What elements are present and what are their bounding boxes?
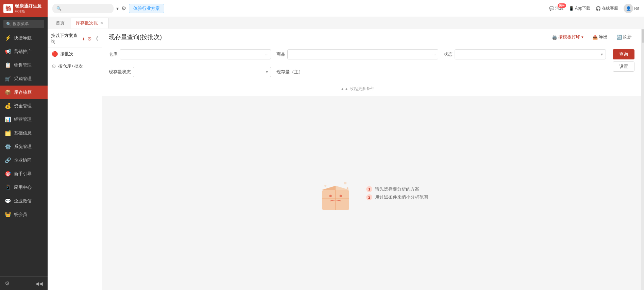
filter-area: 仓库 ··· 商品 ··· [102, 45, 641, 96]
messages-button[interactable]: 💬 消息 99+ [549, 5, 563, 11]
filter-row-1: 仓库 ··· 商品 ··· [109, 49, 606, 59]
query-button[interactable]: 查询 [613, 49, 634, 59]
inventory-icon: 📦 [5, 89, 11, 95]
sidebar: 畅 畅康通好生意 标准版 🔍 搜索菜单 ⚡ 快捷导航 📢 营销推广 📋 销售管理… [0, 0, 48, 290]
sidebar-item-operation[interactable]: 📊 经营管理 [0, 113, 48, 126]
plan-icon-warehouse-batch: ⊙ [52, 63, 56, 69]
sidebar-nav: ⚡ 快捷导航 📢 营销推广 📋 销售管理 🛒 采购管理 📦 库存核算 💰 资金管… [0, 31, 48, 276]
filter-stock-status: 现存量状态 ▾ [109, 67, 271, 77]
main-area: 🔍 ▾ ⚙ 体验行业方案 💬 消息 99+ 📱 App下载 🎧 在线客服 [48, 0, 644, 290]
sidebar-footer: ⚙ ◀◀ [0, 276, 48, 290]
app-download-button[interactable]: 📱 App下载 [569, 5, 590, 11]
sidebar-item-label: 营销推广 [14, 49, 32, 55]
svg-point-7 [324, 185, 326, 187]
svg-point-6 [340, 195, 342, 197]
content-area: 按以下方案查询 ＋ ⊙ 《 🔴 按批次 ⊙ 按仓库+批次 现存量查询(按批次) [48, 29, 644, 290]
empty-hints: 1 请先选择要分析的方案 2 用过滤条件来缩小分析范围 [366, 186, 428, 200]
right-content: 现存量查询(按批次) 🖨️ 按模板打印 ▾ 📤 导出 🔄 刷新 [102, 29, 641, 290]
tab-home[interactable]: 首页 [51, 18, 69, 28]
topbar-gear-icon[interactable]: ⚙ [121, 5, 126, 12]
product-input[interactable]: ··· [287, 49, 439, 59]
print-label: 按模板打印 [558, 34, 580, 40]
online-service-label: 在线客服 [602, 5, 618, 11]
sidebar-item-label: 采购管理 [14, 76, 32, 82]
stock-value-range[interactable]: — [305, 67, 439, 77]
right-scrollbar[interactable] [641, 29, 644, 290]
topbar-dropdown-icon[interactable]: ▾ [116, 6, 119, 11]
sidebar-item-purchase[interactable]: 🛒 采购管理 [0, 72, 48, 86]
sidebar-item-quick-nav[interactable]: ⚡ 快捷导航 [0, 31, 48, 45]
page-header: 现存量查询(按批次) 🖨️ 按模板打印 ▾ 📤 导出 🔄 刷新 [102, 29, 641, 45]
plan-settings-icon[interactable]: ⊙ [87, 36, 92, 42]
product-label: 商品 [276, 51, 285, 57]
message-icon: 💬 [549, 6, 554, 11]
app-title-block: 畅康通好生意 标准版 [15, 3, 41, 14]
add-plan-icon[interactable]: ＋ [81, 36, 86, 42]
refresh-button[interactable]: 🔄 刷新 [614, 33, 634, 41]
page-header-actions: 🖨️ 按模板打印 ▾ 📤 导出 🔄 刷新 [549, 33, 634, 41]
warehouse-input[interactable]: ··· [120, 49, 271, 59]
sidebar-item-system[interactable]: ⚙️ 系统管理 [0, 140, 48, 153]
export-button[interactable]: 📤 导出 [590, 33, 610, 41]
scrollbar-thumb [642, 29, 644, 43]
svg-marker-1 [322, 186, 336, 190]
collapse-sidebar-button[interactable]: ◀◀ [35, 281, 43, 286]
messages-badge: 99+ [558, 3, 566, 8]
sidebar-item-marketing[interactable]: 📢 营销推广 [0, 45, 48, 58]
table-area: 1 请先选择要分析的方案 2 用过滤条件来缩小分析范围 [102, 96, 641, 290]
system-icon: ⚙️ [5, 144, 11, 150]
topbar-search[interactable]: 🔍 [52, 4, 114, 13]
print-button[interactable]: 🖨️ 按模板打印 ▾ [549, 33, 586, 41]
sidebar-item-appstore[interactable]: 📱 应用中心 [0, 181, 48, 194]
sidebar-item-sales[interactable]: 📋 销售管理 [0, 58, 48, 72]
quick-nav-icon: ⚡ [5, 35, 11, 41]
sidebar-item-inventory[interactable]: 📦 库存核算 [0, 86, 48, 99]
plan-item-warehouse-batch[interactable]: ⊙ 按仓库+批次 [48, 60, 102, 72]
stock-value-label: 现存量（主） [276, 69, 303, 75]
topbar-left: 🔍 ▾ ⚙ 体验行业方案 [52, 4, 164, 13]
status-select[interactable]: ▾ [455, 49, 606, 59]
stock-status-select[interactable]: ▾ [133, 67, 271, 77]
stock-status-arrow-icon: ▾ [266, 70, 268, 74]
appstore-icon: 📱 [5, 184, 11, 191]
app-title: 畅康通好生意 [15, 3, 41, 9]
settings-icon[interactable]: ⚙ [5, 280, 10, 287]
sidebar-item-enterprise[interactable]: 🔗 企业协同 [0, 153, 48, 167]
page-title: 现存量查询(按批次) [109, 33, 162, 41]
svg-point-9 [347, 187, 349, 189]
collapse-up-icon: ▲▲ [340, 87, 349, 91]
sidebar-item-member[interactable]: 👑 畅会员 [0, 208, 48, 221]
collapse-panel-icon[interactable]: 《 [93, 36, 98, 42]
app-logo: 畅 [3, 4, 13, 13]
user-avatar-button[interactable]: 👤 Rit [624, 4, 639, 13]
sidebar-item-basic[interactable]: 🗂️ 基础信息 [0, 126, 48, 140]
svg-point-5 [329, 195, 332, 197]
sidebar-search-container[interactable]: 🔍 搜索菜单 [0, 17, 48, 31]
sidebar-item-guide[interactable]: 🎯 新手引导 [0, 167, 48, 181]
export-icon: 📤 [592, 35, 598, 40]
sidebar-item-wechat[interactable]: 💬 企业微信 [0, 194, 48, 208]
tab-inventory-batch[interactable]: 库存批次账 ✕ [71, 18, 108, 29]
status-label: 状态 [444, 51, 453, 57]
collapse-more-button[interactable]: ▲▲ 收起更多条件 [109, 85, 606, 92]
sidebar-search-box[interactable]: 🔍 搜索菜单 [3, 20, 44, 28]
print-dropdown-icon[interactable]: ▾ [581, 35, 583, 39]
filter-dash: — [311, 69, 316, 74]
tab-inventory-batch-label: 库存批次账 [76, 20, 98, 26]
stock-status-label: 现存量状态 [109, 69, 131, 75]
hint-item-1: 1 请先选择要分析的方案 [366, 186, 428, 192]
svg-point-8 [344, 182, 346, 184]
plan-label-batch: 按批次 [60, 51, 73, 57]
refresh-label: 刷新 [623, 34, 632, 40]
online-service-button[interactable]: 🎧 在线客服 [596, 5, 618, 11]
sidebar-item-finance[interactable]: 💰 资金管理 [0, 99, 48, 113]
basic-icon: 🗂️ [5, 130, 11, 136]
plan-item-batch[interactable]: 🔴 按批次 [48, 48, 102, 60]
tab-close-icon[interactable]: ✕ [100, 21, 103, 25]
filter-actions: 查询 设置 [613, 49, 634, 72]
sales-icon: 📋 [5, 62, 11, 68]
filter-settings-button[interactable]: 设置 [613, 61, 634, 72]
service-icon: 🎧 [596, 6, 601, 11]
trial-button[interactable]: 体验行业方案 [129, 4, 164, 13]
tabbar: 首页 库存批次账 ✕ [48, 17, 644, 29]
